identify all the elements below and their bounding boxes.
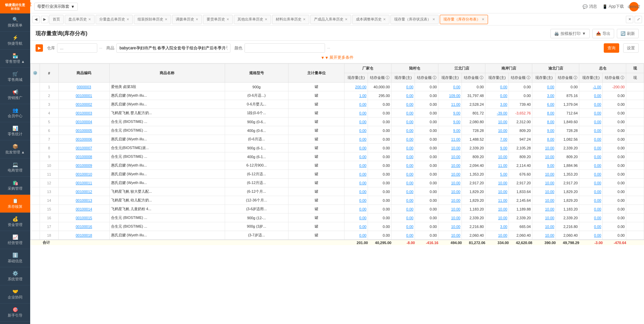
product-code[interactable]: 00100001 [58,91,109,100]
product-code[interactable]: 00100013 [58,196,109,205]
sub-fac-qty: 现存量(主) [344,73,368,83]
product-code[interactable]: 00100012 [58,187,109,196]
tab-现存量（库存状况表）[interactable]: 现存量（库存状况表）✕ [390,15,439,24]
sidebar-item-零售商城[interactable]: 🛒零售商城 [0,68,30,86]
tab-close-icon[interactable]: ✕ [165,17,167,21]
sub-tot-qty: 现存量(主) [579,73,603,83]
sidebar-item-零售管理[interactable]: 🏪零售管理 ▲ [0,50,30,68]
sidebar-item-零售统计[interactable]: 📊零售统计 [0,122,30,140]
tab-prev-btn[interactable]: ◀ [32,16,40,23]
sidebar-item-批发管理[interactable]: 📦批发管理 ▲ [0,140,30,158]
tab-close-icon[interactable]: ✕ [303,17,306,21]
product-code[interactable]: 0000003 [58,83,109,91]
tab-产成品入库单历史[interactable]: 产成品入库单历史✕ [310,15,351,24]
col-code: 商品编码 [58,64,109,83]
tab-close-icon[interactable]: ✕ [345,17,347,21]
filter-toggle-btn[interactable]: ▶ [36,44,43,52]
table-row: 3 00100002 惠氏启腱 (Wyeth illu... 0-6月婴儿...… [31,100,644,109]
table-row: 2 00100001 惠氏启腱 (Wyeth illu... (0-6月适...… [31,91,644,100]
tab-close-icon[interactable]: ✕ [88,17,91,21]
industry-selector[interactable]: 母婴行业演示陈套 ▼ [34,3,78,11]
col-unit: 主计量单位 [288,64,344,83]
expand-filter-btn[interactable]: ▼▼ 展开更多条件 [321,55,354,60]
tab-close-icon[interactable]: ✕ [432,17,435,21]
tab-close-icon[interactable]: ✕ [126,17,129,21]
tab-close-icon[interactable]: ✕ [383,17,386,21]
tab-close-icon[interactable]: ✕ [265,17,267,21]
refresh-btn[interactable]: 🔄 刷新 [617,29,639,38]
product-code[interactable]: 00100008 [58,152,109,161]
col-jb-store: 江北门店 [438,64,485,73]
tab-close-icon[interactable]: ✕ [226,17,229,21]
sidebar-item-搜索英单[interactable]: 🔍搜索英单 [0,13,30,32]
table-row: 4 00100003 飞鹤星飞帆 婴儿配方奶... 1段(0-6个... 罐 0… [31,109,644,118]
tab-expand-btn[interactable]: ⤢ [635,16,642,23]
export-icon: 📤 [596,31,601,36]
summary-row: 合计 201.00 40,295.00 -8.00 -416.16 494.00… [31,240,644,245]
tab-分量盘点单历史[interactable]: 分量盘点单历史✕ [96,15,133,24]
tab-首页[interactable]: 首页 [49,15,64,24]
sidebar-item-资金管理[interactable]: 💰资金管理 [0,213,30,231]
settings-btn[interactable]: 设置 [623,43,639,53]
goods-input[interactable] [116,43,230,53]
sidebar-item-会员中心[interactable]: 👥会员中心 [0,104,30,122]
tab-成本调整单历史[interactable]: 成本调整单历史✕ [352,15,389,24]
sidebar-item-新手引导[interactable]: 🎯新手引导 [0,304,30,322]
sidebar-item-系统管理[interactable]: ⚙️系统管理 [0,267,30,285]
table-row: 7 00100006 惠氏启腱 (Wyeth illu... (0-6月适...… [31,135,644,144]
table-row: 12 00100011 惠氏启腱 (Wyeth illu... (6-12月适.… [31,179,644,187]
user-avatar[interactable]: demo2 [629,2,639,11]
expand-filter-row: ▼▼ 展开更多条件 [36,55,639,60]
col-yb-store: 渝北门店 [532,64,579,73]
warehouse-input[interactable] [57,43,97,53]
sub-cur-extra: 现 [626,73,644,83]
tab-要货单历史[interactable]: 要货单历史✕ [203,15,233,24]
product-code[interactable]: 00100002 [58,100,109,109]
product-code[interactable]: 00100011 [58,179,109,187]
product-code[interactable]: 00100003 [58,109,109,118]
col-settings[interactable]: ⚙️ [31,64,40,83]
tab-close-icon[interactable]: ✕ [196,17,198,21]
sidebar-item-应用中心[interactable]: 📱应用中心 [0,322,30,324]
product-code[interactable]: 00100016 [58,222,109,231]
sidebar-item-快捷导航[interactable]: ⚡快捷导航 [0,32,30,50]
query-btn[interactable]: 查询 [604,43,619,53]
tab-现存量（库存分布表）[interactable]: 现存量（库存分布表）✕ [440,15,488,24]
sub-jb-qty: 现存量(主) [438,73,462,83]
page-title: 现存量查询(库存分布) [36,30,88,37]
sidebar-item-营销推广[interactable]: 📢营销推广 [0,86,30,104]
sidebar-item-基础信息[interactable]: ℹ️基础信息 [0,249,30,267]
table-row: 16 00100015 合生元 (BIOSTIME) ... 900g (12-… [31,214,644,222]
sidebar-item-企业协同[interactable]: 🤝企业协同 [0,285,30,304]
product-code[interactable]: 00100005 [58,126,109,135]
product-code[interactable]: 00100015 [58,214,109,222]
tab-close-icon[interactable]: ✕ [482,17,484,21]
page-actions: 🖨️ 按模板打印 ▼ 📤 导出 🔄 刷新 [550,29,639,38]
sidebar-item-库存核算[interactable]: 📋库存核算 [0,195,30,213]
tab-盘点单历史[interactable]: 盘点单历史✕ [65,15,95,24]
sidebar-item-经营管理[interactable]: 📈经营管理 [0,231,30,249]
sub-fac-amt: 结存金额 ⓘ [368,73,391,83]
table-row: 5 00100004 合生元 (BIOSTIME) ... 900g (0-6.… [31,118,644,126]
print-btn[interactable]: 🖨️ 按模板打印 ▼ [550,29,590,38]
sidebar-item-采购管理[interactable]: 🛍️采购管理 [0,177,30,195]
product-code[interactable]: 00100018 [58,231,109,240]
color-input[interactable] [245,43,325,53]
product-code[interactable]: 00100006 [58,135,109,144]
product-code[interactable]: 00100004 [58,118,109,126]
table-row: 18 00100018 惠氏启腱 (Wyeth illu... (3-7岁适..… [31,231,644,240]
tab-其他出库单历史[interactable]: 其他出库单历史✕ [234,15,271,24]
tab-材料出库单历史[interactable]: 材料出库单历史✕ [272,15,309,24]
tab-调拨单历史[interactable]: 调拨单历史✕ [172,15,202,24]
tab-next-btn[interactable]: ▶ [41,16,48,23]
export-btn[interactable]: 📤 导出 [592,29,614,38]
tab-close-all-btn[interactable]: ✕ [626,16,633,23]
sidebar-item-电商管理[interactable]: 💻电商管理 [0,158,30,177]
messages-btn[interactable]: 💬 消息 [583,4,597,9]
tab-组装拆卸单历史[interactable]: 组装拆卸单历史✕ [134,15,171,24]
product-code[interactable]: 00100014 [58,205,109,214]
product-code[interactable]: 00100009 [58,161,109,170]
product-code[interactable]: 00100007 [58,144,109,152]
product-code[interactable]: 00100010 [58,170,109,179]
app-download-btn[interactable]: 📱 App下载 [602,4,624,9]
